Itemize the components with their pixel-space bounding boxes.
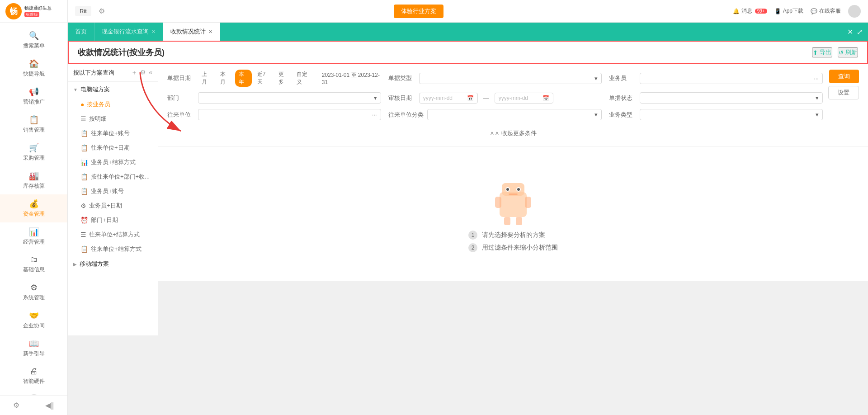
trial-btn[interactable]: 体验行业方案 xyxy=(394,5,443,18)
date-filter-item: 单据日期 上月 本月 本年 近7天 更多 自定义 xyxy=(167,70,381,87)
sidebar-item-system[interactable]: ⚙ 系统管理 xyxy=(0,278,67,306)
filter-settings-btn[interactable]: 设置 xyxy=(828,86,859,99)
sidebar-item-search-menu[interactable]: 🔍 搜索菜单 xyxy=(0,26,67,54)
tab-bank-flow[interactable]: 现金银行流水查询 ✕ xyxy=(94,23,163,41)
date-tab-this-year[interactable]: 本年 xyxy=(235,70,252,87)
scheme-item-partner-account[interactable]: 📋 往来单位+账号 xyxy=(68,126,158,141)
filter-area: 单据日期 上月 本月 本年 近7天 更多 自定义 xyxy=(158,64,868,146)
biz-type-select[interactable]: ▾ xyxy=(640,109,823,120)
sidebar-item-finance[interactable]: 💰 资金管理 xyxy=(0,194,67,222)
sidebar-item-sales[interactable]: 📋 销售管理 xyxy=(0,110,67,138)
sidebar-item-marketing[interactable]: 📢 营销推广 xyxy=(0,82,67,110)
filter-row-1: 单据日期 上月 本月 本年 近7天 更多 自定义 xyxy=(167,70,823,87)
review-date-from-input[interactable]: yyyy-mm-dd 📅 xyxy=(419,93,478,104)
salesman-select[interactable]: ··· xyxy=(640,73,823,84)
tab-collection-stat[interactable]: 收款情况统计 ✕ xyxy=(163,23,220,41)
scheme-item-by-detail[interactable]: ☰ 按明细 xyxy=(68,112,158,126)
tab-expand-btn[interactable]: ⤢ xyxy=(857,28,863,36)
online-service-btn[interactable]: 💬 在线客服 xyxy=(811,7,841,15)
sidebar-item-smart-hw[interactable]: 🖨 智能硬件 xyxy=(0,362,67,390)
topbar-settings-icon[interactable]: ⚙ xyxy=(99,7,105,15)
tab-home[interactable]: 首页 xyxy=(68,23,94,41)
partner-category-label: 往来单位分类 xyxy=(388,111,424,119)
tab-close-all-btn[interactable]: ✕ xyxy=(847,28,853,36)
date-tab-last-month[interactable]: 上月 xyxy=(198,70,215,87)
sidebar-item-inventory[interactable]: 🏭 库存核算 xyxy=(0,166,67,194)
scheme-item-partner-dept-coll[interactable]: 📋 按往来单位+部门+收... xyxy=(68,170,158,184)
page-header-actions: ⬆ 导出 ↺ 刷新 xyxy=(812,47,858,57)
sidebar-item-operations[interactable]: 📊 经营管理 xyxy=(0,222,67,250)
scheme-item-salesman-payment[interactable]: 📊 业务员+结算方式 xyxy=(68,155,158,170)
scheme-item-dept-date[interactable]: ⏰ 部门+日期 xyxy=(68,213,158,227)
sidebar-item-beginner[interactable]: 📖 新手引导 xyxy=(0,334,67,362)
bell-icon: 🔔 xyxy=(733,8,740,14)
doc-type-select[interactable]: ▾ xyxy=(419,73,602,84)
app-download-btn[interactable]: 📱 App下载 xyxy=(774,7,803,15)
tab-collection-stat-close[interactable]: ✕ xyxy=(208,29,212,35)
partner-filter-item: 往来单位 ··· xyxy=(167,109,381,120)
sidebar-collapse-btn[interactable]: ◀‖ xyxy=(45,401,54,410)
dept-select[interactable]: ▾ xyxy=(198,92,381,104)
scheme-item-salesman-account[interactable]: 📋 业务员+账号 xyxy=(68,184,158,198)
filter-section: 单据日期 上月 本月 本年 近7天 更多 自定义 xyxy=(167,70,859,126)
date-tabs: 上月 本月 本年 近7天 更多 自定义 xyxy=(198,70,315,87)
right-content: 单据日期 上月 本月 本年 近7天 更多 自定义 xyxy=(158,64,868,335)
svg-rect-1 xyxy=(495,197,501,208)
scheme-item-partner-date[interactable]: 📋 往来单位+日期 xyxy=(68,141,158,155)
scheme-item-salesman-date[interactable]: ⚙ 业务员+日期 xyxy=(68,198,158,213)
scheme-item-partner-payment1[interactable]: ☰ 往来单位+结算方式 xyxy=(68,227,158,242)
date-tab-custom[interactable]: 自定义 xyxy=(293,70,314,87)
date-tab-this-month[interactable]: 本月 xyxy=(217,70,233,87)
tab-bank-flow-close[interactable]: ✕ xyxy=(151,29,156,35)
chevron-down-icon: ▾ xyxy=(594,75,598,82)
scheme-settings-btn[interactable]: ⚙ xyxy=(140,69,146,77)
sidebar: 畅 畅捷通好生意 标准版 🔍 搜索菜单 🏠 快捷导航 📢 营销推广 📋 xyxy=(0,0,68,415)
notification-btn[interactable]: 🔔 消息 99+ xyxy=(733,7,767,15)
tabbar-controls: ✕ ⤢ xyxy=(847,28,868,36)
chart-icon: 📊 xyxy=(80,159,88,166)
empty-illustration xyxy=(486,174,540,228)
scheme-add-btn[interactable]: ＋ xyxy=(131,69,137,77)
review-date-to-input[interactable]: yyyy-mm-dd 📅 xyxy=(495,93,553,104)
sidebar-item-purchase[interactable]: 🛒 采购管理 xyxy=(0,138,67,166)
scheme-item-by-salesman[interactable]: ● 按业务员 xyxy=(68,97,158,112)
sidebar-nav: 🔍 搜索菜单 🏠 快捷导航 📢 营销推广 📋 销售管理 🛒 采购管理 🏭 xyxy=(0,23,67,395)
ellipsis-icon: ··· xyxy=(814,75,819,82)
collapse-bar[interactable]: ∧∧ 收起更多条件 xyxy=(167,126,859,141)
chevron-down-cat-icon: ▾ xyxy=(594,111,598,118)
sidebar-settings-btn[interactable]: ⚙ xyxy=(13,401,19,410)
refresh-btn[interactable]: ↺ 刷新 xyxy=(838,47,858,57)
partner-category-select[interactable]: ▾ xyxy=(427,109,602,120)
date-tab-last7[interactable]: 近7天 xyxy=(254,70,273,87)
filter-actions: 查询 设置 xyxy=(823,70,859,126)
doc-status-filter-item: 单据状态 ▾ xyxy=(609,92,823,104)
scheme-item-partner-payment2[interactable]: 📋 往来单位+结算方式 xyxy=(68,242,158,256)
doc-status-select[interactable]: ▾ xyxy=(640,92,823,104)
query-btn[interactable]: 查询 xyxy=(829,70,859,83)
partner-select[interactable]: ··· xyxy=(198,109,381,120)
export-icon: ⬆ xyxy=(813,49,818,56)
service-icon: 💬 xyxy=(811,8,817,14)
sidebar-item-enterprise[interactable]: 🤝 企业协同 xyxy=(0,306,67,334)
scheme-panel: 按以下方案查询 ＋ ⚙ « ▼ 电脑端方案 xyxy=(68,64,158,335)
export-btn[interactable]: ⬆ 导出 xyxy=(812,47,832,57)
date-tab-more[interactable]: 更多 xyxy=(275,70,292,87)
svg-rect-3 xyxy=(504,217,510,225)
download-icon: 📱 xyxy=(774,8,781,14)
doc-type-filter-item: 单据类型 ▾ xyxy=(388,73,602,84)
filter-main: 单据日期 上月 本月 本年 近7天 更多 自定义 xyxy=(167,70,823,126)
inventory-icon: 🏭 xyxy=(29,171,39,181)
scheme-group-desktop: ▼ 电脑端方案 ● 按业务员 ☰ 按明细 📋 xyxy=(68,82,158,256)
doc-status-label: 单据状态 xyxy=(609,94,636,102)
scheme-group-mobile-title[interactable]: ▶ 移动端方案 xyxy=(68,256,158,272)
topbar: Rit ⚙ 体验行业方案 🔔 消息 99+ 📱 App下载 💬 xyxy=(68,0,868,23)
user-avatar[interactable] xyxy=(848,5,861,18)
sidebar-item-wechat[interactable]: 💬 企业微信 xyxy=(0,390,67,395)
sidebar-logo: 畅 畅捷通好生意 标准版 xyxy=(0,0,67,23)
scheme-collapse-btn[interactable]: « xyxy=(149,69,152,77)
sidebar-item-basic[interactable]: 🗂 基础信息 xyxy=(0,250,67,278)
date-dash: — xyxy=(483,94,489,101)
scheme-group-desktop-title[interactable]: ▼ 电脑端方案 xyxy=(68,82,158,97)
topbar-actions: 体验行业方案 xyxy=(394,5,443,18)
sidebar-item-quick-nav[interactable]: 🏠 快捷导航 xyxy=(0,54,67,82)
